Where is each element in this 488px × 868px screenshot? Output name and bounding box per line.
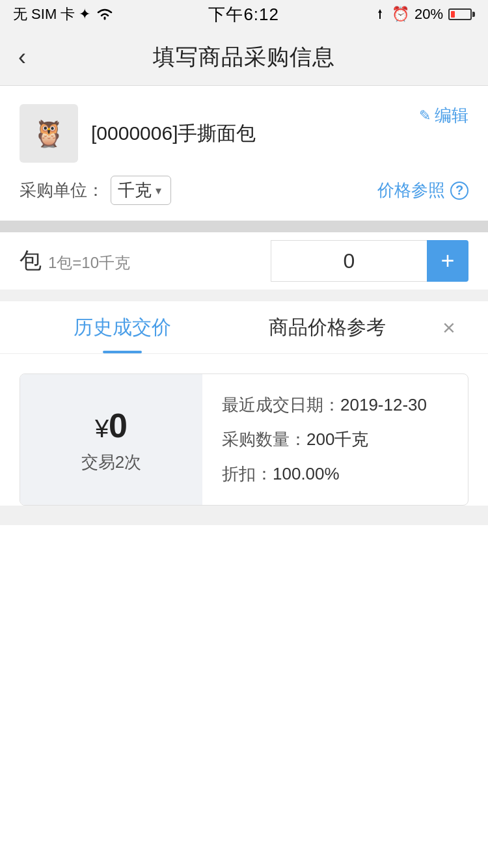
product-name: [0000006]手撕面包 bbox=[91, 120, 256, 147]
dropdown-arrow-icon: ▾ bbox=[156, 183, 161, 198]
edit-button[interactable]: ✎ 编辑 bbox=[419, 104, 468, 127]
status-left: 无 SIM 卡 ✦ bbox=[13, 5, 114, 24]
quantity-row: 包 1包=10千克 0 + bbox=[0, 232, 488, 290]
trade-price-value: ¥0 bbox=[95, 405, 128, 446]
quantity-label-section: 包 1包=10千克 bbox=[20, 246, 130, 276]
question-icon: ? bbox=[450, 182, 468, 200]
page-title: 填写商品采购信息 bbox=[153, 42, 335, 72]
product-id: [0000006] bbox=[91, 122, 178, 144]
tab-section: 历史成交价 商品价格参考 × ¥0 交易2次 最近成交日期：2019-12-30… bbox=[0, 301, 488, 506]
bottom-space bbox=[0, 525, 488, 868]
qty-unit-note: 1包=10千克 bbox=[48, 252, 130, 273]
unit-dropdown[interactable]: 千克 ▾ bbox=[111, 176, 171, 205]
product-thumbnail: 🦉 bbox=[20, 104, 78, 163]
quantity-input[interactable]: 0 bbox=[271, 240, 427, 282]
trade-count: 交易2次 bbox=[81, 451, 141, 474]
trade-details-section: 最近成交日期：2019-12-30 采购数量：200千克 折扣：100.00% bbox=[202, 374, 468, 505]
edit-icon: ✎ bbox=[419, 107, 431, 124]
sim-label: 无 SIM 卡 ✦ bbox=[13, 5, 90, 24]
product-bottom-row: 采购单位： 千克 ▾ 价格参照 ? bbox=[20, 176, 468, 205]
product-title: 手撕面包 bbox=[178, 122, 256, 144]
edit-label: 编辑 bbox=[435, 104, 468, 127]
page-header: ‹ 填写商品采购信息 bbox=[0, 29, 488, 86]
plus-icon: + bbox=[441, 247, 454, 275]
trade-detail-qty: 采购数量：200千克 bbox=[222, 427, 448, 452]
price-ref-button[interactable]: 价格参照 ? bbox=[377, 179, 468, 202]
back-button[interactable]: ‹ bbox=[18, 44, 26, 71]
qty-detail-value: 200千克 bbox=[306, 429, 368, 449]
trade-price-section: ¥0 交易2次 bbox=[20, 374, 202, 505]
battery-icon bbox=[448, 8, 475, 20]
unit-label: 采购单位： bbox=[20, 179, 104, 202]
tab-header: 历史成交价 商品价格参考 × bbox=[0, 301, 488, 354]
trade-card: ¥0 交易2次 最近成交日期：2019-12-30 采购数量：200千克 折扣：… bbox=[20, 373, 468, 506]
discount-value: 100.00% bbox=[273, 464, 340, 483]
battery-percent: 20% bbox=[414, 6, 443, 23]
tab1-label: 历史成交价 bbox=[74, 314, 171, 341]
gray-separator bbox=[0, 221, 488, 232]
wifi-icon bbox=[96, 7, 114, 21]
status-right: ⏰ 20% bbox=[373, 6, 475, 23]
product-left: 🦉 [0000006]手撕面包 bbox=[20, 104, 256, 163]
product-card: 🦉 [0000006]手撕面包 ✎ 编辑 采购单位： 千克 ▾ 价格参照 ? bbox=[0, 86, 488, 221]
quantity-plus-button[interactable]: + bbox=[427, 240, 468, 282]
tab-close-button[interactable]: × bbox=[429, 301, 468, 353]
status-time: 下午6:12 bbox=[208, 3, 279, 26]
tab-price-ref[interactable]: 商品价格参考 bbox=[224, 301, 429, 353]
trade-price-number: 0 bbox=[109, 407, 128, 444]
alarm-icon: ⏰ bbox=[392, 6, 409, 23]
quantity-input-section: 0 + bbox=[271, 240, 468, 282]
tab-history-price[interactable]: 历史成交价 bbox=[20, 301, 224, 353]
trade-detail-discount: 折扣：100.00% bbox=[222, 461, 448, 487]
qty-unit-big: 包 bbox=[20, 246, 42, 276]
date-value: 2019-12-30 bbox=[340, 395, 427, 414]
tab2-label: 商品价格参考 bbox=[269, 314, 386, 341]
product-top-row: 🦉 [0000006]手撕面包 ✎ 编辑 bbox=[20, 104, 468, 163]
unit-value: 千克 bbox=[118, 179, 152, 202]
location-icon bbox=[373, 8, 386, 21]
date-label: 最近成交日期： bbox=[222, 395, 340, 414]
unit-section: 采购单位： 千克 ▾ bbox=[20, 176, 171, 205]
status-bar: 无 SIM 卡 ✦ 下午6:12 ⏰ 20% bbox=[0, 0, 488, 29]
qty-label: 采购数量： bbox=[222, 429, 306, 449]
product-icon: 🦉 bbox=[33, 120, 65, 146]
trade-yen-symbol: ¥ bbox=[95, 415, 109, 442]
discount-label: 折扣： bbox=[222, 464, 273, 483]
close-icon: × bbox=[442, 315, 455, 340]
price-ref-label: 价格参照 bbox=[377, 179, 445, 202]
trade-detail-date: 最近成交日期：2019-12-30 bbox=[222, 392, 448, 418]
quantity-value: 0 bbox=[344, 249, 355, 273]
